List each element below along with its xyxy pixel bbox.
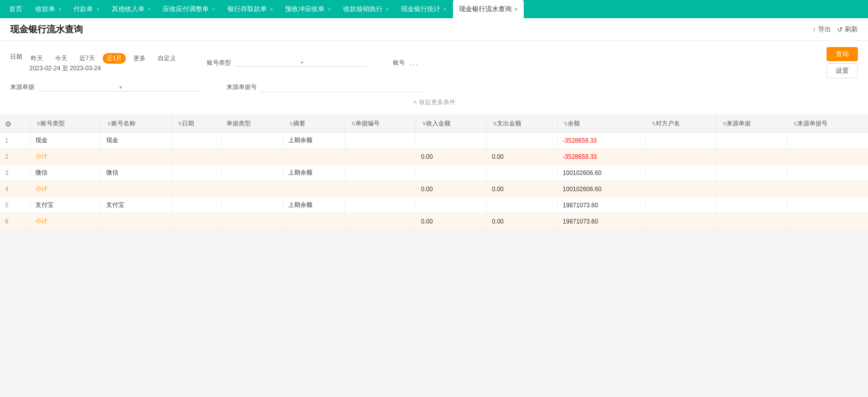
table-cell: 0.00 xyxy=(486,213,557,230)
filter-area: 日期 昨天今天近7天近1月更多自定义 2023-02-24 至 2023-03-… xyxy=(0,41,868,115)
close-icon[interactable]: × xyxy=(270,6,273,12)
source-doc-num-filter: 来源单据号 xyxy=(226,82,423,92)
table-header-expense[interactable]: ⇅支出金额 xyxy=(486,115,557,133)
sort-icon: ⇅ xyxy=(564,121,568,126)
table-cell: 100102606.60 xyxy=(558,165,645,181)
table-cell: 上期余额 xyxy=(283,197,345,213)
sort-icon: ⇅ xyxy=(422,121,426,126)
filter-row-1: 日期 昨天今天近7天近1月更多自定义 2023-02-24 至 2023-03-… xyxy=(10,47,858,78)
query-button[interactable]: 查询 xyxy=(827,47,858,61)
table-header-account_name[interactable]: ⇅账号名称 xyxy=(101,115,172,133)
table-cell: 100102606.60 xyxy=(558,181,645,197)
sort-icon: ⇅ xyxy=(178,121,182,126)
table-cell xyxy=(283,213,345,230)
table-row: 6小计0.000.0019871073.60 xyxy=(0,213,868,230)
date-shortcut-btn[interactable]: 今天 xyxy=(51,53,72,64)
table-cell xyxy=(716,181,787,197)
table-cell xyxy=(787,181,868,197)
table-cell xyxy=(787,165,868,181)
table-cell xyxy=(221,197,283,213)
close-icon[interactable]: × xyxy=(58,6,61,12)
source-doc-num-label: 来源单据号 xyxy=(226,83,257,92)
table-cell: 4 xyxy=(0,181,30,197)
gear-icon[interactable]: ⚙ xyxy=(5,120,12,128)
table-cell xyxy=(416,197,486,213)
table-cell xyxy=(645,213,716,230)
date-filter-group: 日期 昨天今天近7天近1月更多自定义 2023-02-24 至 2023-03-… xyxy=(10,53,180,73)
close-icon[interactable]: × xyxy=(96,6,99,12)
source-doc-num-input[interactable] xyxy=(261,82,423,92)
table-cell: -3528659.33 xyxy=(558,133,645,149)
table-cell xyxy=(345,181,416,197)
account-label: 账号 xyxy=(393,59,405,67)
nav-tab[interactable]: 预收冲应收单× xyxy=(279,0,337,18)
refresh-button[interactable]: ↺ 刷新 xyxy=(837,25,858,34)
table-row: 2小计0.000.00-3528659.33 xyxy=(0,149,868,165)
table-header-source_doc[interactable]: ⇅来源单据 xyxy=(716,115,787,133)
account-dots[interactable]: ... xyxy=(409,58,419,67)
table-cell xyxy=(787,133,868,149)
nav-tab[interactable]: 收款单× xyxy=(29,0,67,18)
table-cell: 6 xyxy=(0,213,30,230)
nav-tab[interactable]: 应收应付调整单× xyxy=(157,0,221,18)
table-cell: 2 xyxy=(0,149,30,165)
sort-icon: ⇅ xyxy=(36,121,40,126)
source-doc-select[interactable]: ▾ xyxy=(38,83,200,92)
export-button[interactable]: ↑ 导出 xyxy=(813,25,832,34)
table-row: 1现金现金上期余额-3528659.33 xyxy=(0,133,868,149)
table-header-doc_number[interactable]: ⇅单据编号 xyxy=(345,115,416,133)
table-cell xyxy=(283,149,345,165)
table-cell xyxy=(221,165,283,181)
date-shortcut-btn[interactable]: 昨天 xyxy=(26,53,48,64)
nav-tab[interactable]: 付款单× xyxy=(67,0,105,18)
sort-icon: ⇅ xyxy=(351,121,355,126)
table-cell xyxy=(645,149,716,165)
source-doc-label: 来源单据 xyxy=(10,83,34,92)
account-type-select[interactable]: ▾ xyxy=(235,59,367,67)
header-actions: ↑ 导出 ↺ 刷新 xyxy=(813,25,858,34)
close-icon[interactable]: × xyxy=(328,6,331,12)
right-buttons: 查询 设置 xyxy=(827,47,858,78)
table-cell: 0.00 xyxy=(486,149,557,165)
sort-icon: ⇅ xyxy=(722,121,726,126)
table-header-account_type[interactable]: ⇅账号类型 xyxy=(30,115,101,133)
table-header-income[interactable]: ⇅收入金额 xyxy=(416,115,486,133)
table-header-source_doc_num[interactable]: ⇅来源单据号 xyxy=(787,115,868,133)
close-icon[interactable]: × xyxy=(386,6,389,12)
nav-tab[interactable]: 其他收入单× xyxy=(106,0,157,18)
close-icon[interactable]: × xyxy=(212,6,215,12)
nav-tab[interactable]: 收款核销执行× xyxy=(337,0,395,18)
nav-tab[interactable]: 现金银行统计× xyxy=(395,0,452,18)
table-header-summary[interactable]: ⇅摘要 xyxy=(283,115,345,133)
table-cell: 现金 xyxy=(101,133,172,149)
table-header-date[interactable]: ⇅日期 xyxy=(172,115,221,133)
table-cell xyxy=(172,213,221,230)
table-cell xyxy=(645,133,716,149)
date-shortcut-btn[interactable]: 自定义 xyxy=(153,53,180,64)
table-cell xyxy=(345,165,416,181)
collapse-bar[interactable]: ∧ 收起更多条件 xyxy=(10,96,858,109)
close-icon[interactable]: × xyxy=(148,6,151,12)
table-cell xyxy=(645,165,716,181)
nav-tab[interactable]: 银行存取款单× xyxy=(221,0,279,18)
table-cell xyxy=(345,213,416,230)
nav-home[interactable]: 首页 xyxy=(2,5,29,14)
table-header-counterpart[interactable]: ⇅对方户名 xyxy=(645,115,716,133)
table-cell xyxy=(416,165,486,181)
close-icon[interactable]: × xyxy=(443,6,446,12)
table-cell: -3528659.33 xyxy=(558,149,645,165)
date-shortcut-btn[interactable]: 更多 xyxy=(129,53,150,64)
table-cell: 1 xyxy=(0,133,30,149)
table-cell xyxy=(345,133,416,149)
table-cell xyxy=(172,133,221,149)
close-icon[interactable]: × xyxy=(515,6,518,12)
date-shortcut-btn[interactable]: 近7天 xyxy=(75,53,100,64)
settings-button[interactable]: 设置 xyxy=(827,63,858,78)
date-shortcut-btn[interactable]: 近1月 xyxy=(103,53,126,64)
table-cell xyxy=(416,133,486,149)
table-cell: 微信 xyxy=(101,165,172,181)
table-cell: 0.00 xyxy=(416,181,486,197)
nav-tab[interactable]: 现金银行流水查询× xyxy=(453,0,524,18)
table-header-balance[interactable]: ⇅余额 xyxy=(558,115,645,133)
sort-icon: ⇅ xyxy=(107,121,111,126)
